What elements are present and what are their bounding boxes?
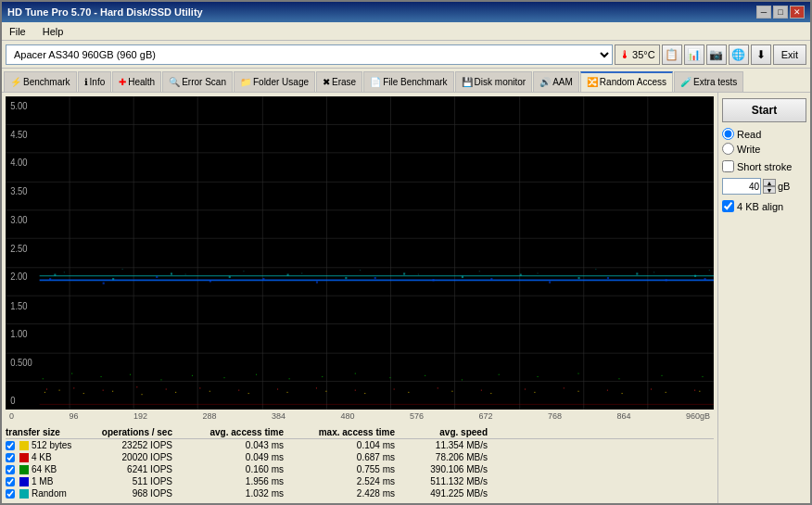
write-radio[interactable]	[722, 143, 734, 155]
tab-erase[interactable]: ✖ Erase	[316, 71, 362, 92]
svg-rect-104	[549, 281, 551, 283]
health-label: Health	[128, 77, 155, 87]
icon-btn-5[interactable]: ⬇	[751, 44, 771, 65]
legend-row-2-max: 0.755 ms	[293, 464, 404, 474]
start-button[interactable]: Start	[722, 98, 806, 122]
svg-rect-110	[171, 272, 172, 274]
temperature-value: 35°C	[632, 49, 655, 60]
maximize-button[interactable]: □	[773, 6, 788, 19]
svg-rect-62	[199, 387, 200, 388]
gb-spin-up[interactable]: ▲	[763, 179, 776, 186]
svg-rect-105	[607, 277, 609, 279]
read-radio[interactable]	[722, 128, 734, 140]
svg-rect-122	[185, 274, 186, 275]
tab-random-access[interactable]: 🔀 Random Access	[580, 71, 673, 92]
minimize-button[interactable]: ─	[756, 6, 771, 19]
legend-row-2-check[interactable]	[6, 465, 15, 474]
svg-rect-0	[6, 96, 714, 410]
tab-extra-tests[interactable]: 🧪 Extra tests	[674, 71, 743, 92]
svg-rect-97	[156, 276, 158, 278]
legend-row-0-check[interactable]	[6, 441, 15, 450]
tab-folder-usage[interactable]: 📁 Folder Usage	[234, 71, 315, 92]
tab-disk-monitor[interactable]: 💾 Disk monitor	[455, 71, 533, 92]
aam-icon: 🔊	[539, 77, 551, 87]
erase-label: Erase	[332, 77, 356, 87]
svg-rect-42	[142, 394, 143, 395]
tab-benchmark[interactable]: ⚡ Benchmark	[4, 71, 77, 92]
x-label-2: 192	[133, 411, 147, 421]
info-icon: ℹ	[84, 77, 88, 87]
svg-rect-94	[702, 376, 703, 377]
icon-btn-4[interactable]: 🌐	[729, 44, 749, 65]
svg-rect-38	[44, 392, 45, 393]
legend-row-4-max: 2.428 ms	[293, 488, 404, 499]
main-window: HD Tune Pro 5.70 - Hard Disk/SSD Utility…	[0, 0, 812, 505]
tab-error-scan[interactable]: 🔍 Error Scan	[162, 71, 233, 92]
tab-health[interactable]: ✚ Health	[112, 71, 161, 92]
svg-rect-81	[223, 377, 224, 378]
tab-info[interactable]: ℹ Info	[78, 71, 112, 92]
gb-input[interactable]	[722, 178, 761, 195]
benchmark-icon: ⚡	[10, 77, 21, 87]
svg-rect-126	[418, 274, 419, 275]
svg-rect-99	[262, 278, 264, 280]
icon-btn-1[interactable]: 📋	[662, 44, 682, 65]
legend-row-4: Random 968 IOPS 1.032 ms 2.428 ms 491.22…	[6, 487, 714, 499]
icon-btn-2[interactable]: 📊	[684, 44, 704, 65]
svg-rect-120	[64, 271, 65, 272]
svg-rect-121	[122, 269, 123, 270]
window-title: HD Tune Pro 5.70 - Hard Disk/SSD Utility	[7, 6, 203, 18]
svg-rect-54	[622, 393, 623, 394]
svg-rect-69	[481, 390, 482, 391]
legend-row-0-speed: 11.354 MB/s	[404, 440, 497, 450]
svg-rect-56	[699, 391, 700, 392]
legend-row-4-check[interactable]	[6, 489, 15, 499]
tab-aam[interactable]: 🔊 AAM	[533, 71, 579, 92]
read-radio-label[interactable]: Read	[722, 128, 806, 140]
svg-rect-40	[83, 393, 84, 394]
legend-row-4-avg: 1.032 ms	[182, 488, 293, 499]
svg-rect-93	[661, 375, 662, 376]
legend-row-0: 512 bytes 23252 IOPS 0.043 ms 0.104 ms 1…	[6, 439, 714, 451]
close-button[interactable]: ✕	[790, 6, 805, 19]
right-panel: Start Read Write Short stroke ▲	[717, 93, 810, 503]
legend-row-1-check[interactable]	[6, 453, 15, 462]
legend-row-0-ops: 23252 IOPS	[80, 440, 182, 450]
icon-btn-3[interactable]: 📷	[706, 44, 727, 65]
svg-rect-118	[636, 272, 638, 274]
svg-rect-52	[534, 392, 535, 393]
legend-row-4-color	[19, 489, 29, 499]
gb-spin-down[interactable]: ▼	[763, 186, 776, 194]
menu-file[interactable]: File	[6, 25, 30, 38]
short-stroke-check[interactable]	[722, 160, 734, 172]
device-select[interactable]: Apacer AS340 960GB (960 gB)	[6, 44, 613, 65]
legend-row-2-color	[19, 465, 29, 474]
align-check[interactable]	[722, 200, 734, 212]
write-radio-label[interactable]: Write	[722, 143, 806, 155]
legend-col-header-2: avg. access time	[182, 427, 293, 437]
legend-row-3-check[interactable]	[6, 477, 15, 486]
svg-rect-41	[112, 391, 113, 392]
svg-rect-98	[209, 280, 211, 282]
svg-rect-125	[360, 270, 361, 271]
svg-rect-76	[71, 373, 72, 374]
svg-rect-100	[316, 281, 318, 283]
svg-rect-82	[256, 374, 257, 375]
legend-row-2: 64 KB 6241 IOPS 0.160 ms 0.755 ms 390.10…	[6, 463, 714, 475]
svg-rect-65	[316, 387, 317, 388]
exit-button[interactable]: Exit	[773, 44, 806, 65]
svg-rect-75	[43, 378, 44, 379]
svg-rect-39	[59, 390, 60, 391]
svg-rect-73	[651, 388, 652, 389]
svg-rect-59	[103, 390, 104, 391]
svg-rect-129	[595, 269, 596, 270]
x-label-1: 96	[69, 411, 78, 421]
short-stroke-label: Short stroke	[737, 161, 792, 172]
legend-row-2-size: 64 KB	[6, 464, 80, 474]
svg-rect-119	[694, 275, 696, 277]
disk-monitor-label: Disk monitor	[475, 77, 527, 87]
menu-help[interactable]: Help	[39, 25, 68, 38]
tab-file-benchmark[interactable]: 📄 File Benchmark	[363, 71, 453, 92]
svg-rect-101	[374, 277, 376, 279]
svg-rect-67	[394, 388, 395, 389]
